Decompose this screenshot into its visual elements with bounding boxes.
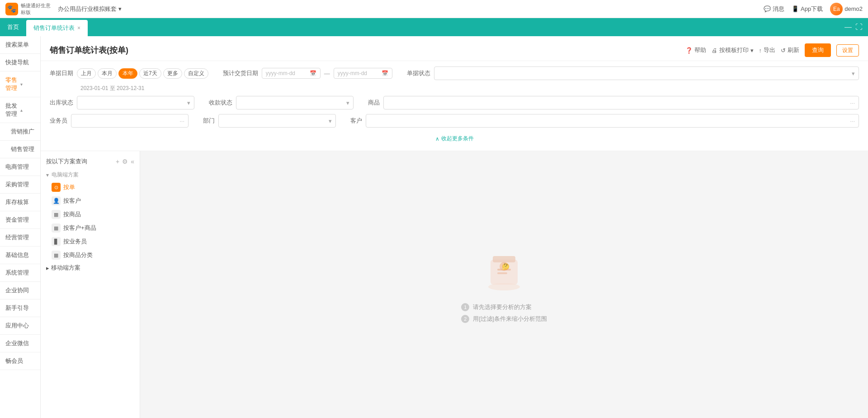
- sidebar-item-finance[interactable]: 资金管理: [0, 211, 40, 229]
- help-button[interactable]: ❓ 帮助: [685, 46, 706, 54]
- department-select[interactable]: ▾: [218, 114, 336, 128]
- download-icon: 📱: [792, 5, 799, 12]
- dots-icon: ···: [850, 100, 855, 106]
- payment-status-select[interactable]: ▾: [236, 96, 354, 109]
- calendar-icon-2: 📅: [382, 70, 388, 76]
- ship-status-select[interactable]: ▾: [77, 96, 194, 109]
- svg-rect-2: [493, 256, 515, 262]
- tab-minimize-icon[interactable]: —: [844, 23, 852, 31]
- sidebar-item-inventory[interactable]: 库存核算: [0, 194, 40, 211]
- filter-order-date: 单据日期 上月 本月 本年 近7天 更多 自定义: [50, 68, 208, 79]
- chevron-down-icon: ▾: [118, 5, 122, 12]
- export-button[interactable]: ↑ 导出: [759, 46, 776, 54]
- empty-state-icon: 🤔: [479, 246, 529, 296]
- tree-item-by-customer[interactable]: 👤 按客户: [41, 194, 140, 208]
- sidebar-item-basic-info[interactable]: 基础信息: [0, 247, 40, 264]
- date-btn-7days[interactable]: 近7天: [139, 68, 161, 79]
- chevron-down-icon: ▾: [329, 118, 332, 124]
- tree-group-pc: ▾ 电脑端方案 ⊙ 按单 👤 按客户 ▦ 按商品: [41, 168, 140, 262]
- by-goods-icon: ▦: [52, 210, 61, 219]
- tree-group-mobile: ▸ 移动端方案: [41, 262, 140, 274]
- sidebar-item-search[interactable]: 搜索菜单: [0, 36, 40, 54]
- sidebar-item-operations[interactable]: 经营管理: [0, 229, 40, 247]
- svg-text:🤔: 🤔: [502, 263, 510, 271]
- app-download-button[interactable]: 📱 App下载: [792, 5, 823, 13]
- message-button[interactable]: 💬 消息: [764, 5, 784, 13]
- customer-input[interactable]: ···: [366, 114, 859, 128]
- right-panel: 🤔 1 请先选择要分析的方案 2 用[过滤]条件来缩小分析范围: [140, 151, 868, 418]
- tab-active[interactable]: 销售订单统计表 ×: [26, 20, 88, 36]
- filter-department: 部门 ▾: [203, 114, 336, 128]
- tree-group-pc-label: ▾ 电脑端方案: [41, 168, 140, 180]
- chevron-down-icon: ▾: [46, 172, 49, 178]
- filter-customer: 客户 ···: [350, 114, 859, 128]
- sidebar-item-purchase[interactable]: 采购管理: [0, 176, 40, 194]
- sidebar-item-enterprise[interactable]: 企业协同: [0, 282, 40, 299]
- dots-icon-2: ···: [179, 118, 184, 124]
- settings-button[interactable]: 设置: [836, 44, 859, 57]
- sidebar-item-member[interactable]: 畅会员: [0, 352, 40, 370]
- tab-close-icon[interactable]: ×: [77, 25, 80, 31]
- tree-item-by-customer-goods[interactable]: ▦ 按客户+商品: [41, 221, 140, 235]
- left-panel: 按以下方案查询 + ⚙ « ▾ 电脑端方案 ⊙: [41, 151, 140, 418]
- tab-bar: 首页 销售订单统计表 × — ⛶: [0, 18, 868, 36]
- expected-date-start[interactable]: yyyy-mm-dd 📅: [262, 68, 321, 79]
- sidebar-item-new-guide[interactable]: 新手引导: [0, 299, 40, 317]
- content-area: 销售订单统计表(按单) ❓ 帮助 🖨 按模板打印 ▾ ↑ 导出 ↺ 刷新: [41, 36, 868, 418]
- query-button[interactable]: 查询: [805, 43, 831, 57]
- sidebar-item-ecommerce[interactable]: 电商管理: [0, 158, 40, 176]
- sidebar-item-system[interactable]: 系统管理: [0, 264, 40, 282]
- salesperson-input[interactable]: ···: [71, 114, 189, 128]
- settings-scheme-button[interactable]: ⚙: [122, 158, 128, 165]
- app-dropdown[interactable]: 办公用品行业模拟账套 ▾: [54, 5, 125, 13]
- chevron-down-icon: ▾: [346, 100, 349, 106]
- sidebar-item-enterprise-wechat[interactable]: 企业微信: [0, 335, 40, 352]
- sidebar-item-retail[interactable]: 零售管理 ▾: [0, 71, 40, 97]
- page-actions: ❓ 帮助 🖨 按模板打印 ▾ ↑ 导出 ↺ 刷新 查询 设置: [685, 43, 859, 57]
- logo-area: 🐾 畅捷通好生意 标版: [5, 2, 51, 15]
- page-header: 销售订单统计表(按单) ❓ 帮助 🖨 按模板打印 ▾ ↑ 导出 ↺ 刷新: [41, 36, 868, 61]
- collapse-icon: ∧: [435, 136, 439, 142]
- filter-salesperson: 业务员 ···: [50, 114, 189, 128]
- refresh-button[interactable]: ↺ 刷新: [781, 46, 799, 54]
- tab-maximize-icon[interactable]: ⛶: [855, 23, 863, 31]
- add-scheme-button[interactable]: +: [116, 158, 119, 165]
- left-panel-header: 按以下方案查询 + ⚙ «: [41, 155, 140, 168]
- sidebar-item-quick-nav[interactable]: 快捷导航: [0, 54, 40, 71]
- tree-item-by-goods[interactable]: ▦ 按商品: [41, 208, 140, 221]
- date-btn-custom[interactable]: 自定义: [184, 68, 208, 79]
- date-btn-this-year[interactable]: 本年: [118, 68, 137, 79]
- collapse-panel-button[interactable]: «: [131, 158, 134, 165]
- sidebar-item-app-center[interactable]: 应用中心: [0, 317, 40, 335]
- tree-item-by-salesperson[interactable]: ▊ 按业务员: [41, 235, 140, 248]
- date-btn-this-month[interactable]: 本月: [98, 68, 117, 79]
- tab-home[interactable]: 首页: [0, 18, 26, 36]
- chevron-up-icon: ▴: [20, 108, 35, 113]
- sidebar-item-sales[interactable]: 销售管理: [0, 141, 40, 158]
- user-menu[interactable]: Ea demo2: [830, 3, 863, 15]
- empty-tip-1: 1 请先选择要分析的方案: [461, 303, 547, 311]
- sidebar-item-marketing[interactable]: 营销推广: [0, 123, 40, 141]
- template-print-button[interactable]: 🖨 按模板打印 ▾: [712, 46, 754, 54]
- message-icon: 💬: [764, 5, 771, 12]
- by-customer-icon: 👤: [52, 196, 61, 205]
- order-status-select[interactable]: ▾: [434, 66, 859, 80]
- expected-date-end[interactable]: yyyy-mm-dd 📅: [334, 68, 392, 79]
- goods-input[interactable]: ···: [383, 96, 859, 109]
- date-btn-last-month[interactable]: 上月: [77, 68, 96, 79]
- body-layout: 按以下方案查询 + ⚙ « ▾ 电脑端方案 ⊙: [41, 151, 868, 418]
- empty-tip-2: 2 用[过滤]条件来缩小分析范围: [461, 315, 547, 323]
- tree-item-by-goods-category[interactable]: ▦ 按商品分类: [41, 248, 140, 262]
- empty-state: 🤔 1 请先选择要分析的方案 2 用[过滤]条件来缩小分析范围: [461, 246, 547, 323]
- date-separator: —: [324, 70, 330, 77]
- top-bar: 🐾 畅捷通好生意 标版 办公用品行业模拟账套 ▾ 💬 消息 📱 App下载 Ea…: [0, 0, 868, 18]
- by-goods-category-icon: ▦: [52, 251, 61, 260]
- tree-item-by-order[interactable]: ⊙ 按单: [41, 180, 140, 194]
- sidebar: 搜索菜单 快捷导航 零售管理 ▾ 批发管理 ▴ 营销推广 销售管理 电商管理 采…: [0, 36, 41, 418]
- date-btn-more[interactable]: 更多: [163, 68, 182, 79]
- by-order-icon: ⊙: [52, 183, 61, 192]
- tree-group-mobile-label[interactable]: ▸ 移动端方案: [41, 262, 140, 274]
- help-icon: ❓: [685, 47, 693, 54]
- collapse-button[interactable]: ∧ 收起更多条件: [50, 132, 859, 145]
- sidebar-item-wholesale[interactable]: 批发管理 ▴: [0, 97, 40, 123]
